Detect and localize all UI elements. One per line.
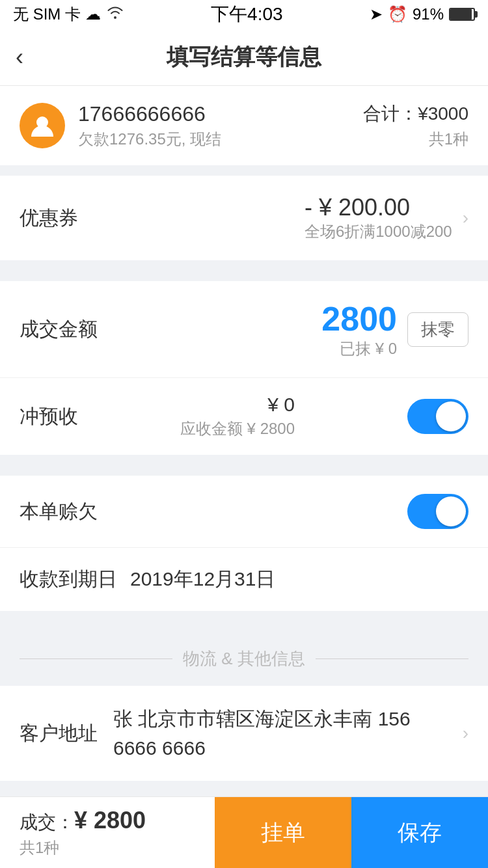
nav-bar: ‹ 填写结算等信息 (0, 29, 488, 86)
battery-percent: 91% (413, 5, 444, 23)
location-icon: ➤ (370, 5, 383, 23)
bottom-bar: 成交：¥ 2800 共1种 挂单 保存 (0, 796, 488, 868)
user-avatar-icon (29, 112, 56, 139)
toggle-knob (436, 401, 466, 431)
logistics-line-right (316, 658, 468, 659)
amount-label: 成交金额 (20, 316, 98, 343)
discount-value-block: - ¥ 200.00 全场6折满1000减200 (305, 194, 452, 242)
prereceipt-amount: ¥ 0 (267, 394, 295, 416)
battery-icon (449, 8, 475, 21)
address-chevron-icon: › (463, 723, 468, 744)
amount-value: 2800 (321, 299, 397, 338)
debt-section: 本单赊欠 收款到期日 2019年12月31日 (0, 476, 488, 611)
customer-debt: 欠款1276.35元, 现结 (78, 129, 221, 150)
wifi-icon (106, 5, 124, 23)
status-time: 下午4:03 (211, 2, 283, 27)
alarm-icon: ⏰ (388, 5, 407, 23)
status-right: ➤ ⏰ 91% (370, 5, 475, 23)
amount-right: 2800 已抹 ¥ 0 抹零 (321, 299, 468, 359)
amount-section: 成交金额 2800 已抹 ¥ 0 抹零 冲预收 ¥ 0 应收金额 ¥ 2800 (0, 281, 488, 455)
debt-toggle[interactable] (407, 494, 468, 529)
discount-row[interactable]: 优惠券 - ¥ 200.00 全场6折满1000减200 › (0, 176, 488, 260)
debt-row: 本单赊欠 (0, 476, 488, 548)
content: 17666666666 欠款1276.35元, 现结 合计：¥3000 共1种 … (0, 86, 488, 868)
no-sim-label: 无 SIM 卡 ☁ (13, 4, 101, 25)
avatar (20, 103, 65, 148)
prereceipt-sub: 应收金额 ¥ 2800 (180, 418, 295, 439)
total-amount: 合计：¥3000 (363, 102, 468, 126)
hang-button[interactable]: 挂单 (215, 797, 351, 869)
customer-phone: 17666666666 (78, 102, 221, 126)
bottom-summary-count: 共1种 (20, 837, 195, 858)
summary-amount: ¥ 2800 (74, 807, 146, 834)
total-count: 共1种 (363, 129, 468, 150)
save-button[interactable]: 保存 (351, 797, 488, 869)
section-divider-2 (0, 465, 488, 476)
discount-label: 优惠券 (20, 205, 78, 232)
status-left: 无 SIM 卡 ☁ (13, 4, 124, 25)
customer-right: 合计：¥3000 共1种 (363, 102, 468, 150)
status-bar: 无 SIM 卡 ☁ 下午4:03 ➤ ⏰ 91% (0, 0, 488, 29)
discount-right: - ¥ 200.00 全场6折满1000减200 › (305, 194, 468, 242)
amount-col: 2800 已抹 ¥ 0 (321, 299, 397, 359)
logistics-text: 物流 & 其他信息 (183, 647, 305, 670)
round-zero-button[interactable]: 抹零 (407, 312, 468, 347)
chevron-right-icon: › (463, 208, 468, 228)
summary-label: 成交： (20, 812, 74, 832)
section-divider-3 (0, 621, 488, 632)
debt-label: 本单赊欠 (20, 498, 98, 525)
discount-section: 优惠券 - ¥ 200.00 全场6折满1000减200 › (0, 176, 488, 260)
duedate-label: 收款到期日 (20, 566, 117, 593)
prereceipt-row: 冲预收 ¥ 0 应收金额 ¥ 2800 (0, 378, 488, 455)
duedate-row: 收款到期日 2019年12月31日 (0, 548, 488, 611)
already-zeroed: 已抹 ¥ 0 (321, 338, 397, 359)
discount-sub: 全场6折满1000减200 (305, 221, 452, 242)
address-content: 张 北京市市辖区海淀区永丰南 156 6666 6666 (113, 704, 455, 763)
customer-card: 17666666666 欠款1276.35元, 现结 合计：¥3000 共1种 (0, 86, 488, 165)
discount-value: - ¥ 200.00 (305, 194, 452, 221)
logistics-line-left (20, 658, 172, 659)
page-title: 填写结算等信息 (167, 42, 321, 72)
address-row[interactable]: 客户地址 张 北京市市辖区海淀区永丰南 156 6666 6666 › (0, 686, 488, 781)
debt-toggle-knob (436, 496, 466, 526)
prereceipt-right: ¥ 0 应收金额 ¥ 2800 (180, 394, 295, 439)
back-button[interactable]: ‹ (16, 44, 23, 71)
address-label: 客户地址 (20, 720, 98, 747)
customer-left: 17666666666 欠款1276.35元, 现结 (20, 102, 221, 150)
amount-row: 成交金额 2800 已抹 ¥ 0 抹零 (0, 281, 488, 378)
prereceipt-toggle[interactable] (407, 399, 468, 434)
customer-info: 17666666666 欠款1276.35元, 现结 (78, 102, 221, 150)
duedate-value: 2019年12月31日 (130, 566, 275, 593)
bottom-summary: 成交：¥ 2800 共1种 (0, 807, 215, 858)
bottom-summary-line1: 成交：¥ 2800 (20, 807, 195, 835)
prereceipt-label: 冲预收 (20, 403, 78, 430)
section-divider-1 (0, 271, 488, 281)
logistics-divider: 物流 & 其他信息 (0, 632, 488, 686)
